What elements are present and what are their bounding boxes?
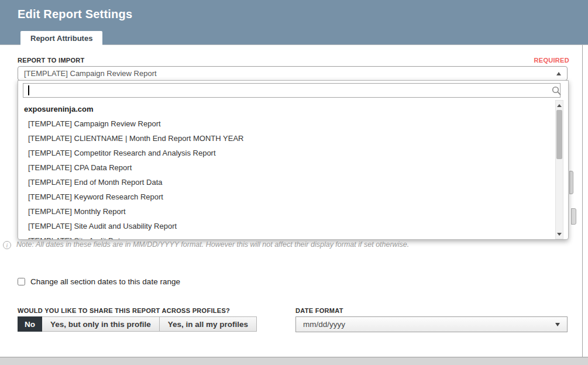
report-dropdown-panel: exposureninja.com [TEMPLATE] Campaign Re…: [18, 80, 569, 240]
report-option[interactable]: [TEMPLATE] Site Audit Data: [18, 233, 551, 240]
scrollbar-thumb[interactable]: [556, 110, 562, 159]
report-option[interactable]: [TEMPLATE] Monthly Report: [18, 204, 551, 219]
tab-label: Report Attributes: [30, 34, 92, 43]
required-badge: REQUIRED: [534, 57, 569, 64]
triangle-down-icon: [555, 323, 560, 326]
triangle-up-icon: [556, 72, 561, 75]
date-format-select[interactable]: mm/dd/yyyy: [295, 316, 568, 332]
dialog-header: Edit Report Settings Report Attributes: [0, 0, 588, 45]
report-option[interactable]: [TEMPLATE] CLIENTNAME | Month End Report…: [18, 131, 551, 146]
report-option[interactable]: [TEMPLATE] Site Audit and Usability Repo…: [18, 219, 551, 233]
obscured-ui-fragment: [569, 171, 573, 194]
change-dates-label: Change all section dates to this date ra…: [30, 277, 180, 286]
text-cursor: [28, 85, 29, 95]
share-option-all-profiles[interactable]: Yes, in all my profiles: [160, 316, 257, 332]
report-to-import-select[interactable]: [TEMPLATE] Campaign Review Report: [18, 66, 568, 81]
section-dates-row: Change all section dates to this date ra…: [18, 277, 180, 286]
share-question-label: WOULD YOU LIKE TO SHARE THIS REPORT ACRO…: [18, 307, 230, 314]
report-option[interactable]: [TEMPLATE] Keyword Research Report: [18, 190, 551, 204]
content-right-border: [582, 45, 583, 357]
change-dates-checkbox[interactable]: [18, 278, 25, 285]
share-option-this-profile[interactable]: Yes, but only in this profile: [42, 316, 160, 332]
option-group-header: exposureninja.com: [18, 102, 551, 116]
date-format-value: mm/dd/yyyy: [303, 320, 555, 329]
search-icon: [552, 86, 561, 95]
tab-report-attributes[interactable]: Report Attributes: [20, 31, 102, 45]
report-option[interactable]: [TEMPLATE] Competitor Research and Analy…: [18, 146, 551, 160]
report-option[interactable]: [TEMPLATE] Campaign Review Report: [18, 116, 551, 131]
page-title: Edit Report Settings: [18, 8, 132, 21]
report-option[interactable]: [TEMPLATE] CPA Data Report: [18, 160, 551, 175]
dropdown-scrollbar[interactable]: [555, 100, 563, 239]
date-format-note: i Note: All dates in these fields are in…: [3, 240, 409, 249]
report-option-list: exposureninja.com [TEMPLATE] Campaign Re…: [18, 102, 551, 240]
edit-report-settings-dialog: Edit Report Settings Report Attributes R…: [0, 0, 588, 365]
scroll-down-arrow-icon[interactable]: [556, 230, 563, 238]
info-icon: i: [3, 241, 11, 249]
obscured-ui-fragment: [571, 208, 576, 225]
share-option-no[interactable]: No: [18, 316, 42, 332]
date-format-label: DATE FORMAT: [295, 307, 343, 314]
report-search-input[interactable]: [23, 83, 561, 98]
scroll-up-arrow-icon[interactable]: [556, 101, 563, 109]
report-to-import-label: REPORT TO IMPORT: [18, 57, 85, 64]
note-text: Note: All dates in these fields are in M…: [16, 240, 409, 249]
report-option[interactable]: [TEMPLATE] End of Month Report Data: [18, 175, 551, 190]
share-toggle-group: No Yes, but only in this profile Yes, in…: [18, 316, 257, 332]
selected-report-value: [TEMPLATE] Campaign Review Report: [24, 69, 556, 78]
window-bottom-edge: [0, 357, 588, 365]
